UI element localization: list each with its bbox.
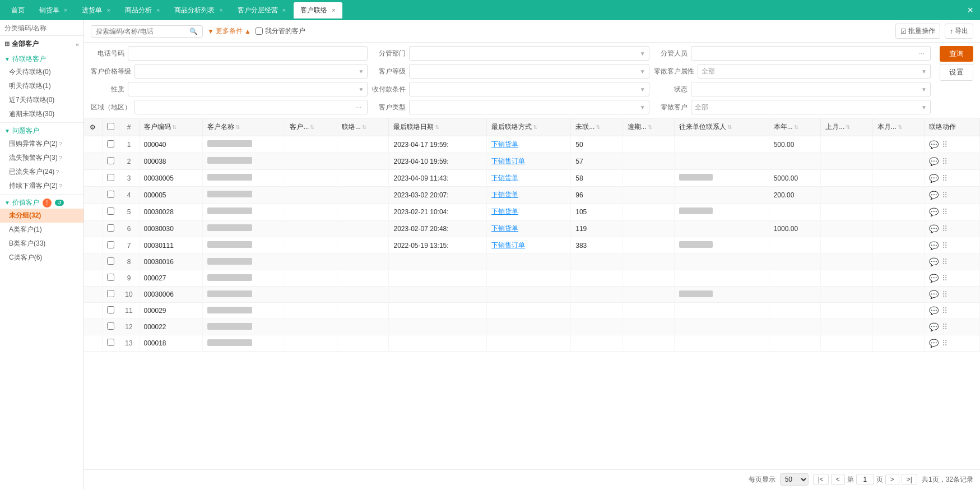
status-select[interactable]: ▼: [691, 82, 931, 96]
th-last-month[interactable]: 上月... ⇅: [821, 118, 873, 136]
prev-page-btn[interactable]: <: [831, 474, 845, 485]
th-this-year[interactable]: 本年... ⇅: [769, 118, 821, 136]
more-actions-icon[interactable]: ⠿: [942, 174, 948, 183]
th-contact[interactable]: 联络... ⇅: [337, 118, 389, 136]
row-last-contact-method[interactable]: [487, 303, 571, 319]
more-actions-icon[interactable]: ⠿: [942, 157, 948, 166]
payment-select[interactable]: ▼: [409, 82, 649, 96]
phone-input[interactable]: [128, 46, 368, 61]
sidebar-item-declining[interactable]: 持续下滑客户(2) ?: [0, 179, 83, 193]
row-last-contact-method[interactable]: [487, 319, 571, 335]
row-checkbox[interactable]: [107, 322, 114, 330]
more-actions-icon[interactable]: ⠿: [942, 257, 948, 266]
sidebar-item-tomorrow[interactable]: 明天待联络(1): [0, 79, 83, 93]
sidebar-item-overdue[interactable]: 逾期未联络(30): [0, 107, 83, 121]
row-checkbox[interactable]: [107, 157, 114, 164]
sidebar-item-class-c[interactable]: C类客户(6): [0, 251, 83, 265]
reset-btn[interactable]: 设置: [940, 64, 973, 81]
more-actions-icon[interactable]: ⠿: [942, 140, 948, 149]
select-all-checkbox[interactable]: [107, 123, 114, 130]
row-last-contact-method[interactable]: [487, 270, 571, 287]
row-checkbox[interactable]: [107, 241, 114, 248]
row-last-contact-method[interactable]: 下销货单: [487, 204, 571, 220]
more-actions-icon[interactable]: ⠿: [942, 306, 948, 315]
row-last-contact-method[interactable]: 下销售订单: [487, 153, 571, 170]
contact-icon[interactable]: 💬: [929, 274, 939, 283]
sidebar-item-class-a[interactable]: A类客户(1): [0, 223, 83, 237]
last-page-btn[interactable]: >|: [902, 474, 917, 485]
contact-icon[interactable]: 💬: [929, 257, 939, 266]
first-page-btn[interactable]: |<: [813, 474, 829, 485]
row-checkbox[interactable]: [107, 306, 114, 313]
row-last-contact-method[interactable]: [487, 287, 571, 303]
contact-method-link[interactable]: 下销货单: [491, 207, 518, 215]
tab-customer-segment[interactable]: 客户分层经营 ×: [231, 2, 292, 19]
query-btn[interactable]: 查询: [940, 46, 973, 62]
page-input[interactable]: [856, 474, 874, 485]
tab-purchase[interactable]: 进货单 ×: [75, 2, 117, 19]
customer-level-select[interactable]: ▼: [409, 64, 649, 79]
price-level-select[interactable]: ▼: [134, 64, 368, 79]
contact-method-link[interactable]: 下销货单: [491, 174, 518, 182]
contact-icon[interactable]: 💬: [929, 140, 939, 149]
sidebar-collapse-icon[interactable]: «: [76, 41, 79, 48]
more-actions-icon[interactable]: ⠿: [942, 274, 948, 283]
manager-select[interactable]: ···: [691, 46, 931, 61]
sidebar-item-class-b[interactable]: B类客户(33): [0, 237, 83, 251]
nature-select[interactable]: ▼: [128, 82, 368, 96]
tab-home[interactable]: 首页: [4, 2, 31, 19]
sidebar-item-churn-warning[interactable]: 流失预警客户(3) ?: [0, 151, 83, 165]
main-search-icon[interactable]: 🔍: [189, 27, 198, 35]
contact-icon[interactable]: 💬: [929, 174, 939, 183]
tab-customer-contact-close[interactable]: ×: [332, 7, 335, 13]
more-actions-icon[interactable]: ⠿: [942, 191, 948, 200]
retail-customer-select[interactable]: 全部 ▼: [691, 100, 931, 114]
row-last-contact-method[interactable]: 下销售订单: [487, 237, 571, 254]
more-conditions-btn[interactable]: ▼ 更多条件 ▲: [207, 26, 251, 36]
more-actions-icon[interactable]: ⠿: [942, 322, 948, 331]
contact-method-link[interactable]: 下销售订单: [491, 157, 525, 165]
row-checkbox[interactable]: [107, 207, 114, 215]
tab-product-analysis-list[interactable]: 商品分析列表 ×: [168, 2, 229, 19]
tab-customer-segment-close[interactable]: ×: [282, 7, 286, 13]
sidebar-item-today[interactable]: 今天待联络(0): [0, 65, 83, 79]
row-last-contact-method[interactable]: 下销货单: [487, 187, 571, 204]
more-actions-icon[interactable]: ⠿: [942, 290, 948, 299]
th-overdue[interactable]: 逾期... ⇅: [623, 118, 675, 136]
contact-icon[interactable]: 💬: [929, 207, 939, 216]
more-actions-icon[interactable]: ⠿: [942, 224, 948, 233]
row-checkbox[interactable]: [107, 274, 114, 281]
main-search-input[interactable]: [96, 27, 187, 35]
contact-method-link[interactable]: 下销货单: [491, 191, 518, 199]
contact-icon[interactable]: 💬: [929, 339, 939, 348]
more-actions-icon[interactable]: ⠿: [942, 207, 948, 216]
th-no-contact[interactable]: 未联... ⇅: [571, 118, 623, 136]
value-group-reload[interactable]: ↺: [55, 200, 64, 206]
sidebar-search-input[interactable]: [4, 24, 84, 32]
row-last-contact-method[interactable]: 下销货单: [487, 220, 571, 237]
row-last-contact-method[interactable]: [487, 254, 571, 270]
contact-icon[interactable]: 💬: [929, 157, 939, 166]
row-last-contact-method[interactable]: [487, 335, 571, 352]
th-checkbox[interactable]: [102, 118, 119, 136]
contact-method-link[interactable]: 下销货单: [491, 140, 518, 148]
retail-attr-select[interactable]: 全部 ▼: [698, 64, 931, 79]
th-last-contact-date[interactable]: 最后联络日期 ⇅: [389, 118, 487, 136]
tab-purchase-close[interactable]: ×: [106, 7, 110, 13]
contact-icon[interactable]: 💬: [929, 322, 939, 331]
group-pending-contact[interactable]: ▼ 待联络客户: [0, 52, 83, 65]
all-customers-header[interactable]: ⊞ 全部客户 «: [0, 36, 83, 52]
batch-operations-btn[interactable]: ☑ 批量操作: [895, 24, 940, 39]
tab-product-analysis-list-close[interactable]: ×: [219, 7, 222, 13]
th-name[interactable]: 客户名称 ⇅: [203, 118, 285, 136]
contact-icon[interactable]: 💬: [929, 224, 939, 233]
th-this-month[interactable]: 本月... ⇅: [872, 118, 925, 136]
my-customers-checkbox-wrap[interactable]: 我分管的客户: [256, 26, 305, 36]
my-customers-checkbox[interactable]: [256, 27, 263, 35]
th-code[interactable]: 客户编码 ⇅: [139, 118, 203, 136]
contact-icon[interactable]: 💬: [929, 241, 939, 250]
group-value-customers[interactable]: ▼ 价值客户 ! ↺: [0, 196, 83, 209]
tab-sales-close[interactable]: ×: [64, 7, 67, 13]
sidebar-item-7days[interactable]: 近7天待联络(0): [0, 93, 83, 107]
sidebar-item-churned[interactable]: 已流失客户(24) ?: [0, 165, 83, 179]
